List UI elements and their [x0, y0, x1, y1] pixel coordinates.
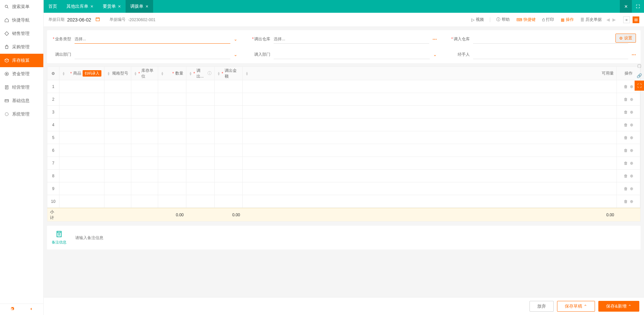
table-row[interactable]: 4🗑⊕: [47, 119, 640, 131]
tool-attach[interactable]: 🔗: [635, 71, 644, 81]
sidebar-item-inventory[interactable]: 库存核算: [0, 54, 43, 67]
col-gear[interactable]: ⚙: [47, 67, 59, 80]
more-icon[interactable]: ⋯: [632, 52, 636, 57]
sidebar-item-finance[interactable]: 资金管理: [0, 67, 43, 81]
table-row[interactable]: 8🗑⊕: [47, 170, 640, 182]
help-button[interactable]: ⓘ帮助: [494, 17, 512, 22]
field-in-warehouse[interactable]: *调入仓库 ⋯: [450, 34, 636, 44]
delete-row-icon[interactable]: 🗑: [624, 110, 628, 115]
sidebar-item-system[interactable]: 系统管理: [0, 107, 43, 121]
view-list-toggle[interactable]: ≡: [623, 16, 630, 23]
help-icon[interactable]: ⓘ: [208, 71, 212, 76]
col-unit[interactable]: ▲▼*库存单位: [131, 67, 158, 80]
field-out-dept[interactable]: 调出部门 ⌄: [52, 50, 237, 59]
sort-icon[interactable]: ▲▼: [62, 72, 65, 76]
col-spec[interactable]: ▲▼规格型号: [104, 67, 131, 80]
sort-icon[interactable]: ▲▼: [107, 72, 110, 76]
delete-row-icon[interactable]: 🗑: [624, 199, 628, 204]
tool-expand[interactable]: ⛶: [635, 81, 644, 91]
delete-row-icon[interactable]: 🗑: [624, 174, 628, 178]
sidebar-item-purchase[interactable]: 采购管理: [0, 40, 43, 54]
table-row[interactable]: 10🗑⊕: [47, 195, 640, 208]
col-amount[interactable]: ▲▼*调出金额: [215, 67, 243, 80]
sort-icon[interactable]: ▲▼: [217, 72, 220, 76]
close-icon[interactable]: ✕: [118, 4, 121, 9]
shortcut-button[interactable]: ⌨快捷键: [514, 17, 538, 22]
table-row[interactable]: 5🗑⊕: [47, 131, 640, 144]
sidebar-item-basic[interactable]: 基础信息: [0, 94, 43, 107]
operate-button[interactable]: ▦操作: [559, 17, 576, 22]
discard-button[interactable]: 放弃: [530, 301, 554, 312]
col-qty[interactable]: ▲▼*数量: [158, 67, 186, 80]
delete-row-icon[interactable]: 🗑: [624, 161, 628, 166]
collapse-icon[interactable]: [29, 307, 34, 312]
delete-row-icon[interactable]: 🗑: [624, 186, 628, 191]
prev-icon[interactable]: ◀: [606, 17, 610, 22]
table-row[interactable]: 3🗑⊕: [47, 106, 640, 119]
gear-icon[interactable]: [10, 307, 14, 312]
add-row-icon[interactable]: ⊕: [630, 97, 633, 102]
remark-input[interactable]: [73, 233, 636, 243]
history-button[interactable]: ☰历史单据: [579, 17, 604, 22]
sidebar-item-business[interactable]: 经营管理: [0, 81, 43, 94]
add-row-icon[interactable]: ⊕: [630, 186, 633, 191]
tab-close-all[interactable]: ✕: [620, 0, 632, 13]
sort-icon[interactable]: ▲▼: [189, 72, 192, 76]
handler-input[interactable]: [473, 50, 628, 59]
view-form-toggle[interactable]: ▤: [633, 16, 639, 23]
fullscreen-icon[interactable]: [632, 0, 644, 13]
add-row-icon[interactable]: ⊕: [630, 123, 633, 127]
sidebar-search[interactable]: 搜索菜单: [0, 0, 43, 13]
add-row-icon[interactable]: ⊕: [630, 199, 633, 204]
tool-note[interactable]: ▢: [635, 60, 644, 71]
delete-row-icon[interactable]: 🗑: [624, 135, 628, 140]
tab-home[interactable]: 首页: [44, 0, 62, 13]
out-dept-input[interactable]: [75, 50, 230, 59]
table-row[interactable]: 2🗑⊕: [47, 93, 640, 106]
table-row[interactable]: 7🗑⊕: [47, 157, 640, 170]
more-icon[interactable]: ⋯: [432, 37, 437, 42]
field-handler[interactable]: 经手人 ⋯: [450, 50, 636, 59]
field-in-dept[interactable]: 调入部门 ⌄: [251, 50, 436, 59]
close-icon[interactable]: ✕: [90, 4, 93, 9]
chevron-down-icon[interactable]: ⌄: [234, 37, 237, 42]
in-wh-input[interactable]: [473, 34, 628, 44]
calendar-icon[interactable]: [95, 17, 100, 22]
in-dept-input[interactable]: [274, 50, 429, 59]
add-row-icon[interactable]: ⊕: [630, 161, 633, 166]
col-avail[interactable]: ▲▼可用量: [243, 67, 617, 80]
tab-transfer[interactable]: 调拨单✕: [126, 0, 153, 13]
field-out-warehouse[interactable]: *调出仓库 ⋯: [251, 34, 436, 44]
add-row-icon[interactable]: ⊕: [630, 84, 633, 89]
chevron-down-icon[interactable]: ⌄: [234, 52, 237, 57]
chevron-down-icon[interactable]: ⌄: [433, 52, 437, 57]
scan-badge[interactable]: 扫码录入: [83, 70, 101, 77]
tab-request[interactable]: 要货单✕: [98, 0, 126, 13]
biz-type-input[interactable]: [75, 34, 230, 44]
sidebar-item-sales[interactable]: 销售管理: [0, 27, 43, 40]
video-button[interactable]: ▷视频: [469, 17, 486, 22]
save-draft-button[interactable]: 保存草稿⌃: [557, 301, 595, 312]
sort-icon[interactable]: ▲▼: [134, 72, 137, 76]
sort-icon[interactable]: ▲▼: [245, 72, 248, 76]
delete-row-icon[interactable]: 🗑: [624, 148, 628, 153]
sort-icon[interactable]: ▲▼: [161, 72, 164, 76]
add-row-icon[interactable]: ⊕: [630, 174, 633, 178]
next-icon[interactable]: ▶: [612, 17, 616, 22]
date-value[interactable]: 2023-06-02: [67, 17, 91, 22]
save-new-button[interactable]: 保存&新增⌃: [598, 301, 639, 312]
delete-row-icon[interactable]: 🗑: [624, 84, 628, 89]
col-product[interactable]: ▲▼*商品扫码录入: [59, 67, 104, 80]
col-out[interactable]: ▲▼*调出...ⓘ: [186, 67, 215, 80]
table-row[interactable]: 6🗑⊕: [47, 144, 640, 157]
add-row-icon[interactable]: ⊕: [630, 148, 633, 153]
table-row[interactable]: 9🗑⊕: [47, 182, 640, 195]
sidebar-item-quicknav[interactable]: 快捷导航: [0, 13, 43, 27]
tab-other-out[interactable]: 其他出库单✕: [62, 0, 98, 13]
table-row[interactable]: 1🗑⊕: [47, 80, 640, 93]
add-row-icon[interactable]: ⊕: [630, 110, 633, 115]
out-wh-input[interactable]: [274, 34, 429, 44]
settings-button[interactable]: ⚙设置: [615, 34, 636, 43]
delete-row-icon[interactable]: 🗑: [624, 97, 628, 102]
delete-row-icon[interactable]: 🗑: [624, 123, 628, 127]
